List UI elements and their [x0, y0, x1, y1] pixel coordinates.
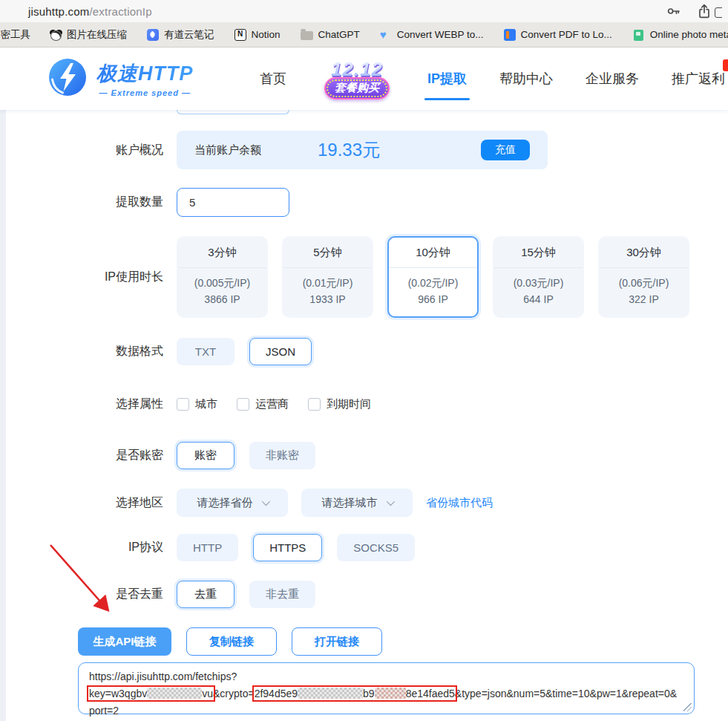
- city-placeholder: 请选择城市: [322, 496, 378, 510]
- card-price: (0.005元/IP): [194, 275, 250, 291]
- textarea-resize-handle[interactable]: [683, 703, 692, 711]
- protocol-row: IP协议 HTTP HTTPS SOCKS5: [6, 534, 728, 561]
- auth-no-chip[interactable]: 非账密: [249, 442, 315, 469]
- checkbox-box[interactable]: [308, 398, 321, 411]
- bookmark-item[interactable]: 加密工具: [0, 28, 30, 42]
- province-city-code-link[interactable]: 省份城市代码: [426, 496, 493, 510]
- actions-row: 生成API链接 复制链接 打开链接: [78, 627, 728, 656]
- card-price: (0.03元/IP): [514, 275, 564, 291]
- bookmark-item[interactable]: 有道云笔记: [147, 28, 214, 42]
- bookmark-item[interactable]: ♥Convert WEBP to...: [380, 29, 484, 41]
- browser-address-bar[interactable]: jisuhttp.com/extractionIp: [0, 0, 728, 22]
- panda-icon: [50, 30, 62, 41]
- crypto-param-mid: b9: [363, 688, 375, 699]
- checkbox-label: 到期时间: [327, 397, 371, 411]
- balance-panel: 当前账户余额 19.33元 充值: [177, 131, 548, 169]
- bookmark-label: Online photo meta...: [650, 29, 728, 40]
- account-row: 账户概况 当前账户余额 19.33元 充值: [6, 131, 728, 169]
- card-count: 644 IP: [523, 291, 553, 307]
- account-label: 账户概况: [6, 143, 163, 158]
- webp-heart-icon: ♥: [380, 29, 392, 41]
- bookmark-item[interactable]: NNotion: [235, 29, 281, 41]
- chevron-down-icon: [386, 497, 394, 506]
- quantity-input[interactable]: [177, 188, 289, 217]
- checkbox-city[interactable]: 城市: [177, 397, 217, 411]
- crypto-param-text: 2f94d5e9: [255, 688, 298, 699]
- bookmark-item[interactable]: Online photo meta...: [632, 29, 728, 41]
- clipped-red-badge: [723, 59, 728, 71]
- key-param-text: key=w3qgbv: [89, 688, 147, 699]
- bookmarks-bar: 加密工具 图片在线压缩 有道云笔记 NNotion ChatGPT ♥Conve…: [0, 22, 728, 48]
- checkbox-box[interactable]: [177, 398, 189, 411]
- province-select[interactable]: 请选择省份: [177, 489, 288, 517]
- card-price: (0.02元/IP): [408, 275, 459, 291]
- nav-referral[interactable]: 推广返利: [672, 48, 725, 110]
- protocol-https-chip-selected[interactable]: HTTPS: [253, 534, 322, 561]
- duration-option-3min[interactable]: 3分钟 (0.005元/IP) 3866 IP: [177, 236, 268, 318]
- clipped-toolbar-icon[interactable]: [715, 7, 722, 21]
- bookmark-item[interactable]: ChatGPT: [301, 29, 360, 40]
- brand-logo[interactable]: 极速HTTP — Extreme speed —: [47, 57, 194, 100]
- url-host: jisuhttp.com: [28, 5, 89, 18]
- auth-yes-chip-selected[interactable]: 账密: [177, 442, 235, 469]
- bookmark-label: ChatGPT: [318, 29, 360, 40]
- promo-date-text: 12.12: [331, 58, 383, 81]
- password-key-icon[interactable]: [666, 4, 681, 19]
- city-select[interactable]: 请选择城市: [301, 489, 413, 517]
- card-title: 30分钟: [626, 238, 661, 267]
- checkbox-isp[interactable]: 运营商: [237, 397, 289, 411]
- url-path: /extractionIp: [89, 5, 151, 18]
- generate-api-link-button[interactable]: 生成API链接: [78, 627, 171, 656]
- api-url-textarea[interactable]: https://api.jisuhttp.com/fetchips? key=w…: [78, 662, 695, 714]
- card-price: (0.06元/IP): [619, 275, 669, 291]
- card-count: 966 IP: [418, 291, 447, 307]
- duration-option-15min[interactable]: 15分钟 (0.03元/IP) 644 IP: [493, 236, 584, 318]
- duration-option-10min-selected[interactable]: 10分钟 (0.02元/IP) 966 IP: [387, 236, 479, 318]
- redaction-highlight-crypto: 2f94d5e9b98e14faed5: [255, 688, 455, 699]
- card-count: 3866 IP: [204, 291, 240, 307]
- dedupe-yes-chip-selected[interactable]: 去重: [177, 581, 235, 608]
- region-label: 选择地区: [6, 495, 163, 511]
- card-count: 1933 IP: [309, 291, 345, 307]
- share-icon[interactable]: [697, 3, 712, 19]
- nav-home[interactable]: 首页: [260, 48, 286, 110]
- nav-enterprise[interactable]: 企业服务: [586, 48, 639, 110]
- bookmark-label: 有道云笔记: [164, 28, 214, 42]
- checkbox-expire-time[interactable]: 到期时间: [308, 397, 371, 411]
- card-count: 322 IP: [629, 291, 658, 307]
- pdf-converter-icon: [504, 29, 516, 41]
- format-json-chip-selected[interactable]: JSON: [249, 338, 312, 365]
- recharge-button[interactable]: 充值: [481, 140, 530, 160]
- open-link-button[interactable]: 打开链接: [292, 627, 382, 656]
- mosaic-redaction: [375, 688, 406, 699]
- promo-banner-12-12[interactable]: 12.12 套餐购买: [315, 58, 399, 99]
- region-row: 选择地区 请选择省份 请选择城市 省份城市代码: [6, 489, 728, 517]
- nav-help-center[interactable]: 帮助中心: [499, 48, 553, 110]
- bookmark-label: 加密工具: [0, 28, 30, 42]
- duration-option-5min[interactable]: 5分钟 (0.01元/IP) 1933 IP: [282, 236, 373, 318]
- bookmark-item[interactable]: Convert PDF to Lo...: [504, 29, 612, 41]
- checkbox-label: 运营商: [255, 397, 289, 411]
- bookmark-label: Convert WEBP to...: [397, 29, 484, 40]
- checkbox-box[interactable]: [237, 398, 249, 411]
- attributes-label: 选择属性: [6, 397, 163, 412]
- url-text[interactable]: jisuhttp.com/extractionIp: [28, 5, 152, 18]
- balance-label: 当前账户余额: [194, 143, 261, 157]
- notion-icon: N: [235, 29, 246, 41]
- format-txt-chip[interactable]: TXT: [177, 338, 235, 365]
- card-title: 10分钟: [416, 238, 450, 267]
- auth-label: 是否账密: [6, 448, 163, 463]
- redaction-highlight-key: key=w3qgbvvu: [89, 688, 213, 699]
- bookmark-item[interactable]: 图片在线压缩: [50, 28, 127, 42]
- card-title: 3分钟: [208, 238, 236, 267]
- protocol-socks5-chip[interactable]: SOCKS5: [337, 534, 415, 561]
- mosaic-redaction: [298, 688, 363, 699]
- duration-option-30min[interactable]: 30分钟 (0.06元/IP) 322 IP: [598, 236, 689, 318]
- copy-link-button[interactable]: 复制链接: [186, 627, 277, 656]
- nav-ip-extract[interactable]: IP提取: [427, 48, 467, 110]
- dedupe-no-chip[interactable]: 非去重: [249, 581, 315, 608]
- bookmark-label: Convert PDF to Lo...: [521, 29, 612, 40]
- site-header: 极速HTTP — Extreme speed — 首页 12.12 套餐购买 I…: [0, 48, 728, 110]
- dedupe-label: 是否去重: [6, 587, 163, 602]
- protocol-http-chip[interactable]: HTTP: [177, 534, 238, 561]
